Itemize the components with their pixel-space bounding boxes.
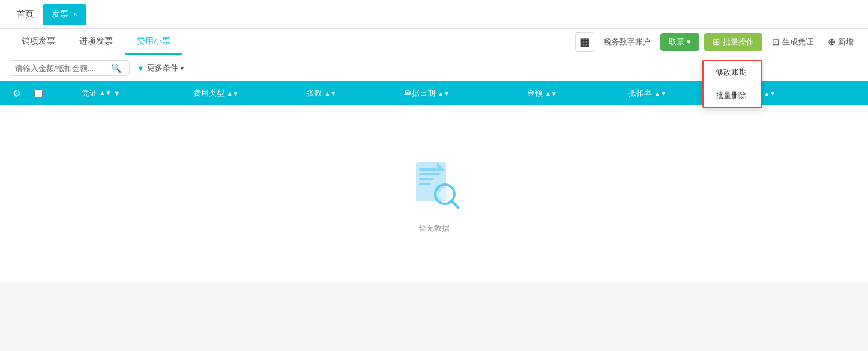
- tax-account-button[interactable]: 税务数字账户: [599, 37, 656, 47]
- tab-expense[interactable]: 费用小票: [125, 29, 182, 55]
- dropdown-item-batch-delete[interactable]: 批量删除: [704, 84, 761, 107]
- empty-state: 暂无数据: [0, 105, 868, 282]
- th-date-label: 单据日期: [404, 88, 435, 99]
- search-box: 🔍: [10, 60, 130, 76]
- th-sheets-sort-icon: ▲▼: [324, 90, 336, 97]
- th-deduct-rate[interactable]: 抵扣率 ▲▼: [595, 88, 701, 99]
- th-deduct-rate-label: 抵扣率: [628, 88, 652, 99]
- qupiao-label: 取票: [669, 37, 684, 47]
- th-expense-type-label: 费用类型: [193, 88, 225, 99]
- generate-icon: ⊡: [772, 37, 780, 47]
- batch-button[interactable]: ⊞ 批量操作: [704, 33, 762, 51]
- tab-purchase[interactable]: 进项发票: [67, 29, 125, 55]
- th-voucher-filter-icon[interactable]: ▼: [113, 90, 120, 97]
- qupiao-button[interactable]: 取票 ▾: [660, 33, 699, 51]
- th-amount-label: 金额: [527, 88, 543, 99]
- sub-tabs: 销项发票 进项发票 费用小票: [10, 29, 182, 55]
- add-button[interactable]: ⊕ 新增: [823, 32, 858, 51]
- svg-rect-3: [419, 178, 434, 180]
- filter-icon: ▼: [137, 64, 145, 73]
- search-icon[interactable]: 🔍: [111, 63, 121, 73]
- chevron-down-icon: ▾: [181, 65, 184, 72]
- th-checkbox[interactable]: [29, 89, 48, 97]
- invoice-tab-close[interactable]: ×: [73, 10, 77, 19]
- more-conditions-label: 更多条件: [147, 63, 178, 73]
- toolbar-right: ▦ 税务数字账户 取票 ▾ ⊞ 批量操作 修改账期 批量删除 ⊡ 生成: [575, 32, 858, 52]
- toolbar-left: 🔍 ▼ 更多条件 ▾: [10, 60, 184, 76]
- th-date-sort-icon: ▲▼: [438, 90, 450, 97]
- home-tab[interactable]: 首页: [10, 0, 41, 28]
- tab-sales[interactable]: 销项发票: [10, 29, 67, 55]
- th-voucher[interactable]: 凭证 ▲▼ ▼: [48, 88, 154, 99]
- generate-voucher-button[interactable]: ⊡ 生成凭证: [767, 33, 818, 51]
- qr-button[interactable]: ▦: [575, 32, 594, 52]
- svg-line-7: [451, 201, 458, 207]
- add-label: 新增: [838, 37, 854, 47]
- select-all-checkbox[interactable]: [34, 89, 43, 97]
- svg-rect-2: [419, 173, 440, 176]
- th-expense-type[interactable]: 费用类型 ▲▼: [154, 88, 279, 99]
- qupiao-arrow: ▾: [687, 37, 691, 46]
- th-date[interactable]: 单据日期 ▲▼: [364, 88, 489, 99]
- th-expense-type-sort-icon: ▲▼: [227, 90, 239, 97]
- th-sheets-label: 张数: [306, 88, 322, 99]
- empty-illustration: [404, 153, 464, 213]
- batch-label: 批量操作: [723, 37, 754, 47]
- svg-rect-4: [419, 183, 431, 185]
- batch-button-wrap: ⊞ 批量操作 修改账期 批量删除: [704, 33, 762, 51]
- top-nav: 首页 发票 ×: [0, 0, 868, 29]
- add-icon: ⊕: [828, 36, 836, 47]
- svg-rect-1: [419, 168, 437, 171]
- th-deduct-rate-sort-icon: ▲▼: [654, 90, 666, 97]
- invoice-tab-label: 发票: [52, 9, 68, 20]
- th-deduct-amount-sort-icon: ▲▼: [764, 90, 776, 97]
- th-amount-sort-icon: ▲▼: [545, 90, 557, 97]
- dropdown-item-modify-period[interactable]: 修改账期: [704, 61, 761, 84]
- generate-label: 生成凭证: [782, 37, 813, 47]
- th-settings[interactable]: ⚙: [5, 88, 29, 99]
- th-voucher-label: 凭证: [82, 88, 97, 99]
- th-voucher-sort-icon: ▲▼: [100, 91, 112, 96]
- invoice-tab[interactable]: 发票 ×: [43, 4, 86, 25]
- th-amount[interactable]: 金额 ▲▼: [489, 88, 595, 99]
- qr-icon: ▦: [580, 35, 590, 49]
- more-conditions-button[interactable]: ▼ 更多条件 ▾: [137, 63, 184, 73]
- page-content: 销项发票 进项发票 费用小票 ▦ 税务数字账户 取票 ▾ ⊞ 批量操作: [0, 29, 868, 282]
- empty-state-label: 暂无数据: [418, 223, 450, 234]
- settings-icon: ⚙: [13, 88, 21, 99]
- batch-dropdown-menu: 修改账期 批量删除: [702, 60, 762, 108]
- search-input[interactable]: [15, 64, 111, 73]
- batch-icon: ⊞: [713, 37, 720, 47]
- th-sheets[interactable]: 张数 ▲▼: [278, 88, 364, 99]
